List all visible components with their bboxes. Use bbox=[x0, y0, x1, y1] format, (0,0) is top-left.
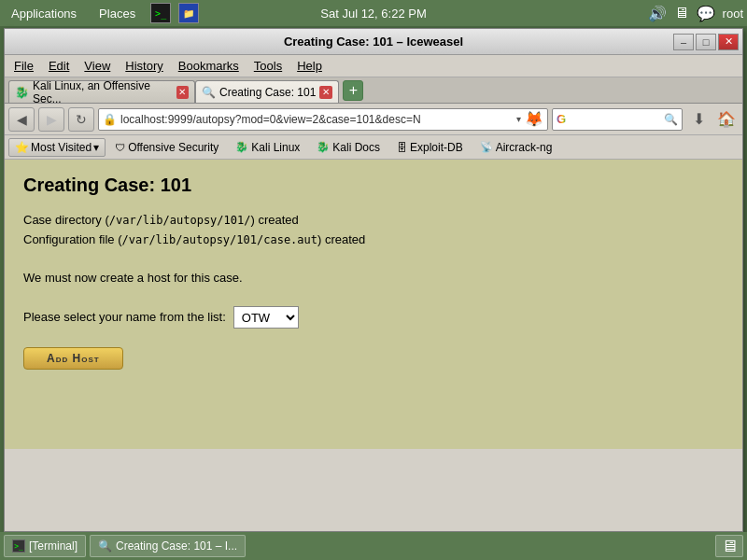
add-host-button[interactable]: Add Host bbox=[23, 347, 123, 370]
system-clock: Sat Jul 12, 6:22 PM bbox=[320, 7, 426, 21]
system-icons: 🔊 🖥 💬 root bbox=[648, 5, 743, 22]
view-menu[interactable]: View bbox=[78, 57, 116, 75]
terminal-taskbar-item[interactable]: >_ [Terminal] bbox=[4, 535, 86, 557]
bookmark-kali-icon: 🐉 bbox=[235, 141, 248, 153]
file-manager-icon[interactable]: 📁 bbox=[178, 3, 199, 23]
url-lock-icon: 🔒 bbox=[103, 113, 117, 126]
bookmark-exploit-db[interactable]: 🗄 Exploit-DB bbox=[389, 139, 471, 156]
places-menu[interactable]: Places bbox=[92, 5, 143, 22]
menu-bar: File Edit View History Bookmarks Tools H… bbox=[5, 55, 742, 77]
case-dir-suffix: ) created bbox=[250, 213, 298, 227]
bookmark-kalidocs-label: Kali Docs bbox=[332, 141, 380, 154]
network-icon[interactable]: 🖥 bbox=[674, 5, 689, 21]
page-content: Creating Case: 101 Case directory (/var/… bbox=[5, 160, 742, 449]
tools-menu[interactable]: Tools bbox=[248, 57, 288, 75]
tab-kali-close[interactable]: ✕ bbox=[176, 86, 189, 99]
page-case-number: 101 bbox=[161, 175, 191, 195]
page-title: Creating Case: 101 bbox=[23, 175, 724, 196]
back-button[interactable]: ◀ bbox=[8, 107, 35, 132]
home-button[interactable]: 🏠 bbox=[714, 107, 739, 132]
window-title: Creating Case: 101 – Iceweasel bbox=[284, 35, 463, 49]
minimize-button[interactable]: – bbox=[673, 34, 694, 50]
most-visited-button[interactable]: ⭐ Most Visited ▾ bbox=[8, 138, 106, 157]
most-visited-icon: ⭐ bbox=[15, 141, 29, 154]
history-menu[interactable]: History bbox=[120, 57, 168, 75]
window-controls: – □ ✕ bbox=[673, 34, 739, 50]
file-menu[interactable]: File bbox=[8, 57, 39, 75]
help-menu[interactable]: Help bbox=[291, 57, 328, 75]
browser-taskbar-label: Creating Case: 101 – I... bbox=[116, 539, 237, 553]
search-bar[interactable]: G 🔍 bbox=[552, 108, 683, 131]
bookmark-kalidocs-icon: 🐉 bbox=[317, 141, 330, 153]
bookmarks-bar: ⭐ Most Visited ▾ 🛡 Offensive Security 🐉 … bbox=[5, 135, 742, 160]
host-prompt-section: We must now create a host for this case. bbox=[23, 269, 724, 288]
case-directory-info: Case directory (/var/lib/autopsy/101/) c… bbox=[23, 211, 724, 231]
nav-bar: ◀ ▶ ↻ 🔒 localhost:9999/autopsy?mod=0&vie… bbox=[5, 104, 742, 135]
url-text: localhost:9999/autopsy?mod=0&view=2&case… bbox=[120, 113, 513, 126]
config-path: /var/lib/autopsy/101/case.aut bbox=[122, 233, 318, 246]
bookmark-offensive-icon: 🛡 bbox=[115, 142, 125, 153]
case-dir-text: Case directory ( bbox=[23, 213, 109, 227]
tab-bar: 🐉 Kali Linux, an Offensive Sec... ✕ 🔍 Cr… bbox=[5, 77, 742, 104]
tab-kali-favicon: 🐉 bbox=[15, 86, 29, 99]
add-host-container: Add Host bbox=[23, 329, 724, 370]
username-label: root bbox=[723, 7, 743, 21]
url-dropdown-icon[interactable]: ▾ bbox=[516, 114, 521, 124]
bookmarks-menu[interactable]: Bookmarks bbox=[173, 57, 245, 75]
bookmark-kali-label: Kali Linux bbox=[251, 141, 300, 154]
bookmark-aircrack-icon: 📡 bbox=[480, 141, 493, 153]
forward-button[interactable]: ▶ bbox=[38, 107, 64, 132]
url-bar[interactable]: 🔒 localhost:9999/autopsy?mod=0&view=2&ca… bbox=[98, 108, 548, 131]
config-file-info: Configuration file (/var/lib/autopsy/101… bbox=[23, 231, 724, 250]
refresh-button[interactable]: ↻ bbox=[68, 107, 94, 132]
host-select[interactable]: OTW bbox=[233, 306, 299, 329]
select-name-row: Please select your name from the list: O… bbox=[23, 306, 724, 329]
title-bar: Creating Case: 101 – Iceweasel – □ ✕ bbox=[5, 29, 742, 55]
google-logo: G bbox=[557, 112, 566, 126]
select-label: Please select your name from the list: bbox=[23, 308, 226, 328]
terminal-taskbar-icon: >_ bbox=[12, 539, 25, 553]
terminal-icon[interactable]: >_ bbox=[150, 3, 171, 23]
user-icon[interactable]: 💬 bbox=[697, 5, 715, 22]
most-visited-label: Most Visited bbox=[31, 141, 92, 154]
case-dir-path: /var/lib/autopsy/101/ bbox=[109, 214, 251, 227]
tab-creating-case[interactable]: 🔍 Creating Case: 101 ✕ bbox=[195, 80, 339, 103]
tab-case-label: Creating Case: 101 bbox=[219, 86, 316, 99]
tab-kali-label: Kali Linux, an Offensive Sec... bbox=[33, 79, 173, 105]
taskbar-right-widget[interactable]: 🖥 bbox=[715, 535, 743, 557]
bookmark-exploitdb-icon: 🗄 bbox=[397, 142, 407, 153]
bookmark-kali-docs[interactable]: 🐉 Kali Docs bbox=[309, 139, 388, 156]
tab-case-favicon: 🔍 bbox=[202, 86, 216, 99]
maximize-button[interactable]: □ bbox=[696, 34, 716, 50]
tab-case-close[interactable]: ✕ bbox=[319, 86, 332, 99]
bookmark-offensive-label: Offensive Security bbox=[128, 141, 218, 154]
bookmark-offensive-security[interactable]: 🛡 Offensive Security bbox=[107, 139, 226, 156]
browser-window: Creating Case: 101 – Iceweasel – □ ✕ Fil… bbox=[4, 28, 743, 532]
most-visited-dropdown-icon: ▾ bbox=[93, 141, 99, 154]
bookmark-aircrack[interactable]: 📡 Aircrack-ng bbox=[472, 139, 560, 156]
bottom-taskbar: >_ [Terminal] 🔍 Creating Case: 101 – I..… bbox=[0, 532, 747, 560]
firefox-logo: 🦊 bbox=[525, 110, 543, 128]
edit-menu[interactable]: Edit bbox=[43, 57, 75, 75]
top-taskbar: Applications Places >_ 📁 Sat Jul 12, 6:2… bbox=[0, 0, 747, 26]
bookmark-kali-linux[interactable]: 🐉 Kali Linux bbox=[228, 139, 307, 156]
host-prompt-text: We must now create a host for this case. bbox=[23, 269, 724, 288]
new-tab-button[interactable]: + bbox=[343, 80, 363, 101]
terminal-taskbar-label: [Terminal] bbox=[29, 539, 78, 553]
taskbar-right-icon: 🖥 bbox=[721, 537, 738, 556]
browser-taskbar-icon: 🔍 bbox=[98, 539, 112, 553]
applications-menu[interactable]: Applications bbox=[4, 5, 84, 22]
browser-taskbar-item[interactable]: 🔍 Creating Case: 101 – I... bbox=[90, 535, 246, 557]
bookmark-aircrack-label: Aircrack-ng bbox=[496, 141, 553, 154]
config-suffix: ) created bbox=[317, 232, 365, 246]
tab-kali-linux[interactable]: 🐉 Kali Linux, an Offensive Sec... ✕ bbox=[8, 80, 195, 103]
page-title-prefix: Creating Case: bbox=[23, 175, 155, 195]
volume-icon[interactable]: 🔊 bbox=[648, 5, 667, 22]
bookmark-exploitdb-label: Exploit-DB bbox=[410, 141, 463, 154]
close-button[interactable]: ✕ bbox=[718, 34, 739, 50]
download-button[interactable]: ⬇ bbox=[686, 107, 711, 132]
search-button[interactable]: 🔍 bbox=[664, 113, 678, 126]
config-text: Configuration file ( bbox=[23, 232, 122, 246]
